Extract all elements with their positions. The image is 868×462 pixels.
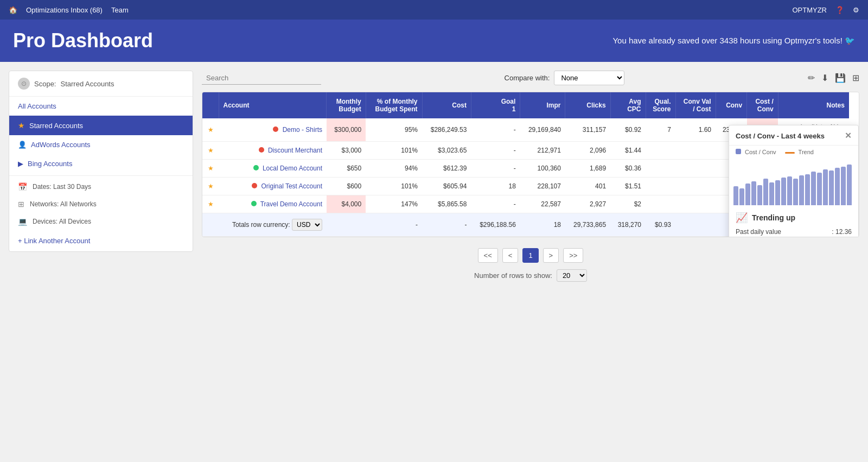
bing-label: Bing Accounts <box>28 160 72 168</box>
status-dot-2 <box>253 165 259 170</box>
team-label[interactable]: Team <box>111 6 129 14</box>
sidebar-filter-dates[interactable]: 📅 Dates: Last 30 Days <box>9 178 193 195</box>
totals-dash1: - <box>366 213 422 237</box>
help-icon[interactable]: ❓ <box>835 6 844 14</box>
clicks-cell-0: 311,157 <box>565 118 610 142</box>
clicks-cell-2: 1,689 <box>565 160 610 178</box>
conv-val-cost-cell-4 <box>675 195 716 213</box>
impr-cell-2: 100,360 <box>520 160 565 178</box>
last-page-button[interactable]: >> <box>563 248 583 263</box>
page-subtitle: You have already saved over 3438 hours u… <box>612 36 855 46</box>
totals-impr: 29,733,865 <box>565 213 610 237</box>
legend-line-item: Trend <box>785 149 814 155</box>
legend-bar-dot <box>736 149 741 154</box>
chart-bar-1 <box>739 188 744 205</box>
totals-dash2: - <box>422 213 471 237</box>
account-cell-0: Demo - Shirts <box>219 118 327 142</box>
star-cell-4[interactable]: ★ <box>202 195 219 213</box>
totals-clicks: 318,270 <box>610 213 646 237</box>
home-icon[interactable]: 🏠 <box>9 6 17 14</box>
popup-header: Cost / Conv - Last 4 weeks ✕ <box>729 125 858 145</box>
chart-bar-18 <box>841 167 846 205</box>
networks-label: Networks: All Networks <box>30 200 97 208</box>
main-content: Compare with: None Previous Period Previ… <box>202 71 859 282</box>
qual-score-cell-4 <box>646 195 675 213</box>
conv-val-cost-cell-3 <box>675 178 716 195</box>
chart-bar-6 <box>769 182 774 205</box>
prev-page-button[interactable]: < <box>502 248 519 263</box>
totals-goal: 18 <box>520 213 565 237</box>
compare-select[interactable]: None Previous Period Previous Year <box>554 71 624 85</box>
sidebar-item-all-accounts[interactable]: All Accounts <box>9 97 193 116</box>
body-layout: ⊙ Scope: Starred Accounts All Accounts ★… <box>0 62 868 290</box>
first-page-button[interactable]: << <box>478 248 498 263</box>
goal-cell-4: - <box>471 195 520 213</box>
rows-select[interactable]: 20 50 100 <box>557 269 587 282</box>
status-dot-4 <box>251 201 257 206</box>
devices-label: Devices: All Devices <box>33 218 91 225</box>
star-cell-0[interactable]: ★ <box>202 118 219 142</box>
current-page-button[interactable]: 1 <box>522 248 538 263</box>
chart-bar-19 <box>847 164 852 205</box>
grid-icon[interactable]: ⊞ <box>852 73 859 83</box>
qual-score-cell-2 <box>646 160 675 178</box>
popup-legend: Cost / Conv Trend <box>729 145 858 159</box>
popup-close-button[interactable]: ✕ <box>845 131 852 141</box>
past-daily-row: Past daily value : 12.36 <box>736 227 852 237</box>
budget-cell-1: $3,000 <box>327 142 366 160</box>
account-link-3[interactable]: Original Test Account <box>261 182 322 190</box>
col-avg-cpc: AvgCPC <box>610 92 646 118</box>
col-account: Account <box>219 92 327 118</box>
user-label: OPTMYZR <box>792 6 827 14</box>
search-input[interactable] <box>202 72 321 85</box>
adwords-icon: 👤 <box>18 141 27 149</box>
conv-val-cost-cell-1 <box>675 142 716 160</box>
chart-bar-4 <box>757 185 762 205</box>
calendar-icon: 📅 <box>18 182 27 191</box>
sidebar-filter-devices[interactable]: 💻 Devices: All Devices <box>9 213 193 230</box>
link-account-button[interactable]: + Link Another Account <box>9 230 193 251</box>
star-cell-2[interactable]: ★ <box>202 160 219 178</box>
popup-stats: Past daily value : 12.36 Recent daily va… <box>729 226 858 237</box>
inbox-label[interactable]: Optimizations Inbox (68) <box>26 6 103 14</box>
top-nav-right: OPTMYZR ❓ ⚙ <box>792 6 859 14</box>
settings-icon[interactable]: ⚙ <box>853 6 859 14</box>
sidebar-item-starred-accounts[interactable]: ★ Starred Accounts <box>9 116 193 135</box>
save-icon[interactable]: 💾 <box>835 73 846 83</box>
popup-chart <box>729 159 858 207</box>
popup-title: Cost / Conv - Last 4 weeks <box>736 132 825 140</box>
account-cell-1: Discount Merchant <box>219 142 327 160</box>
star-cell-1[interactable]: ★ <box>202 142 219 160</box>
download-icon[interactable]: ⬇ <box>821 73 828 83</box>
top-nav-left: 🏠 Optimizations Inbox (68) Team <box>9 6 129 14</box>
chart-bar-7 <box>775 180 780 205</box>
avg-cpc-cell-4: $2 <box>610 195 646 213</box>
conv-val-cost-cell-0: 1.60 <box>675 118 716 142</box>
pct-budget-cell-0: 95% <box>366 118 422 142</box>
col-impr: Impr <box>520 92 565 118</box>
account-link-1[interactable]: Discount Merchant <box>268 147 322 154</box>
recent-daily-row: Recent daily value : 15.94 <box>736 237 852 237</box>
totals-star <box>202 213 219 237</box>
pct-budget-cell-2: 94% <box>366 160 422 178</box>
rows-per-page: Number of rows to show: 20 50 100 <box>202 269 859 282</box>
dates-label: Dates: Last 30 Days <box>33 183 91 191</box>
cost-cell-2: $612.39 <box>422 160 471 178</box>
sidebar-filter-networks[interactable]: ⊞ Networks: All Networks <box>9 195 193 213</box>
bing-icon: ▶ <box>18 160 23 168</box>
status-dot-1 <box>259 147 264 153</box>
compare-section: Compare with: None Previous Period Previ… <box>505 71 625 85</box>
account-link-4[interactable]: Travel Demo Account <box>260 200 322 208</box>
account-link-0[interactable]: Demo - Shirts <box>283 126 322 134</box>
account-link-2[interactable]: Local Demo Account <box>263 164 322 172</box>
sidebar-item-adwords-accounts[interactable]: 👤 AdWords Accounts <box>9 135 193 154</box>
chart-bar-13 <box>811 172 816 205</box>
qual-score-cell-0: 7 <box>646 118 675 142</box>
status-dot-3 <box>252 183 257 188</box>
currency-select[interactable]: USD EUR GBP <box>292 219 322 231</box>
budget-cell-0: $300,000 <box>327 118 366 142</box>
star-cell-3[interactable]: ★ <box>202 178 219 195</box>
next-page-button[interactable]: > <box>543 248 559 263</box>
sidebar-item-bing-accounts[interactable]: ▶ Bing Accounts <box>9 154 193 173</box>
edit-icon[interactable]: ✏ <box>808 73 815 83</box>
